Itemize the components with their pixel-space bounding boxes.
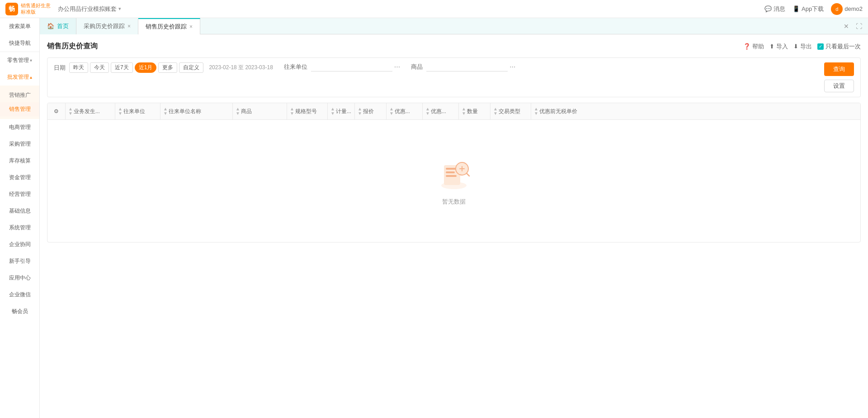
sidebar-sub-wholesale: 营销推广 销售管理 xyxy=(0,86,39,119)
fullscreen-button[interactable]: ⛶ xyxy=(854,21,864,32)
import-icon: ⬆ xyxy=(769,43,774,50)
sidebar-item-basic-info[interactable]: 基础信息 xyxy=(0,203,39,219)
sidebar-item-enterprise[interactable]: 企业协同 xyxy=(0,236,39,253)
app-selector[interactable]: 办公用品行业模拟账套 ▾ xyxy=(58,5,121,13)
export-button[interactable]: ⬇ 导出 xyxy=(793,43,812,51)
partner-label: 往来单位 xyxy=(284,63,307,71)
date-btn-more[interactable]: 更多 xyxy=(158,62,177,73)
logo-icon: 畅 xyxy=(5,3,18,15)
only-last-checkbox[interactable]: ✓ 只看最后一次 xyxy=(817,43,861,51)
app-download-button[interactable]: 📱 App下载 xyxy=(793,5,824,13)
filter-bar: 日期 昨天 今天 近7天 近1月 更多 自定义 2023-02-18 至 202… xyxy=(47,57,861,97)
th-goods[interactable]: ▲▼ 商品 xyxy=(233,103,287,119)
sidebar-item-ecommerce[interactable]: 电商管理 xyxy=(0,119,39,136)
sort-icon: ▲▼ xyxy=(118,107,123,116)
content-inner: 销售历史价查询 ❓ 帮助 ⬆ 导入 ⬇ 导出 xyxy=(40,34,868,250)
tab-sales[interactable]: 销售历史价跟踪 × xyxy=(138,18,200,34)
sidebar-item-vip[interactable]: 畅会员 xyxy=(0,303,39,320)
goods-filter-group: 商品 ··· xyxy=(411,62,515,71)
user-profile[interactable]: d demo2 xyxy=(831,3,863,15)
date-buttons: 昨天 今天 近7天 近1月 更多 自定义 xyxy=(69,62,203,73)
partner-filter-group: 往来单位 ··· xyxy=(284,62,400,71)
chevron-up-icon: ▴ xyxy=(30,75,32,80)
date-btn-1month[interactable]: 近1月 xyxy=(135,62,157,73)
sort-icon: ▲▼ xyxy=(163,107,168,116)
sidebar-item-quick-nav[interactable]: 快捷导航 xyxy=(0,35,39,52)
tab-home[interactable]: 🏠 首页 xyxy=(40,18,76,34)
th-qty[interactable]: ▲▼ 数量 xyxy=(459,103,491,119)
th-biz-date[interactable]: ▲▼ 业务发生... xyxy=(66,103,115,119)
sidebar-item-operations[interactable]: 经营管理 xyxy=(0,186,39,203)
sidebar-item-sales-mgmt[interactable]: 销售管理 xyxy=(0,102,39,116)
topbar-right: 💬 消息 📱 App下载 d demo2 xyxy=(764,3,863,15)
sidebar-item-search[interactable]: 搜索菜单 xyxy=(0,18,39,35)
sidebar-item-finance[interactable]: 资金管理 xyxy=(0,169,39,186)
sidebar: 搜索菜单 快捷导航 零售管理 ▾ 批发管理 ▴ 营销推广 销售管理 电商管理 采… xyxy=(0,18,40,418)
content: 销售历史价查询 ❓ 帮助 ⬆ 导入 ⬇ 导出 xyxy=(40,34,868,418)
query-button[interactable]: 查询 xyxy=(824,62,854,76)
table-header: ⚙ ▲▼ 业务发生... ▲▼ 往来单位 ▲▼ 往来单位名称 xyxy=(47,103,860,120)
date-label: 日期 xyxy=(54,64,66,72)
sort-icon: ▲▼ xyxy=(462,107,466,116)
sidebar-item-purchase[interactable]: 采购管理 xyxy=(0,136,39,152)
gear-icon: ⚙ xyxy=(54,108,59,114)
partner-input[interactable] xyxy=(311,62,392,71)
import-button[interactable]: ⬆ 导入 xyxy=(769,43,788,51)
goods-search-icon[interactable]: ··· xyxy=(509,63,515,71)
data-table: ⚙ ▲▼ 业务发生... ▲▼ 往来单位 ▲▼ 往来单位名称 xyxy=(47,103,861,242)
message-icon: 💬 xyxy=(764,5,772,12)
sidebar-item-system[interactable]: 系统管理 xyxy=(0,219,39,236)
date-btn-custom[interactable]: 自定义 xyxy=(179,62,203,73)
sort-icon: ▲▼ xyxy=(534,107,538,116)
chevron-down-icon: ▾ xyxy=(30,58,32,63)
th-partner[interactable]: ▲▼ 往来单位 xyxy=(115,103,160,119)
sort-icon: ▲▼ xyxy=(358,107,362,116)
date-btn-yesterday[interactable]: 昨天 xyxy=(69,62,88,73)
th-spec[interactable]: ▲▼ 规格型号 xyxy=(287,103,328,119)
page-title-bar: 销售历史价查询 ❓ 帮助 ⬆ 导入 ⬇ 导出 xyxy=(47,42,861,51)
tab-sales-close[interactable]: × xyxy=(189,24,193,30)
close-all-tabs-button[interactable]: ✕ xyxy=(841,21,852,32)
message-button[interactable]: 💬 消息 xyxy=(764,5,785,13)
tab-purchase[interactable]: 采购历史价跟踪 × xyxy=(76,18,138,34)
partner-search-icon[interactable]: ··· xyxy=(394,63,400,71)
filter-actions: 查询 设置 xyxy=(824,62,854,92)
svg-rect-4 xyxy=(446,175,457,177)
goods-input-area: ··· xyxy=(426,62,515,71)
th-partner-name[interactable]: ▲▼ 往来单位名称 xyxy=(160,103,233,119)
sidebar-item-new-guide[interactable]: 新手引导 xyxy=(0,253,39,270)
th-unit[interactable]: ▲▼ 计量... xyxy=(328,103,355,119)
page-title: 销售历史价查询 xyxy=(47,42,98,51)
th-trade-type[interactable]: ▲▼ 交易类型 xyxy=(491,103,531,119)
svg-line-8 xyxy=(467,173,469,176)
th-quote[interactable]: ▲▼ 报价 xyxy=(355,103,387,119)
settings-button[interactable]: 设置 xyxy=(824,80,854,92)
help-button[interactable]: ❓ 帮助 xyxy=(743,43,764,51)
avatar: d xyxy=(831,3,843,15)
sort-icon: ▲▼ xyxy=(68,107,73,116)
tab-purchase-close[interactable]: × xyxy=(127,23,131,29)
sort-icon: ▲▼ xyxy=(425,107,430,116)
sidebar-item-wholesale-mgmt[interactable]: 批发管理 ▴ xyxy=(0,69,39,86)
sidebar-item-app-center[interactable]: 应用中心 xyxy=(0,270,39,286)
th-pretax[interactable]: ▲▼ 优惠前无税单价 xyxy=(531,103,860,119)
sidebar-item-enterprise-wechat[interactable]: 企业微信 xyxy=(0,286,39,303)
date-btn-today[interactable]: 今天 xyxy=(90,62,109,73)
empty-text: 暂无数据 xyxy=(442,198,466,206)
sort-icon: ▲▼ xyxy=(236,107,240,116)
date-range-display: 2023-02-18 至 2023-03-18 xyxy=(209,64,273,71)
download-icon: 📱 xyxy=(793,5,800,12)
goods-input[interactable] xyxy=(426,62,508,71)
date-btn-7days[interactable]: 近7天 xyxy=(111,62,133,73)
svg-rect-3 xyxy=(446,171,455,173)
topbar-left: 畅 销售通好生意 标准版 办公用品行业模拟账套 ▾ xyxy=(5,3,121,15)
help-icon: ❓ xyxy=(743,43,750,50)
sidebar-item-marketing[interactable]: 营销推广 xyxy=(0,88,39,102)
th-gear[interactable]: ⚙ xyxy=(47,103,66,119)
th-disc1[interactable]: ▲▼ 优惠... xyxy=(387,103,423,119)
th-disc2[interactable]: ▲▼ 优惠... xyxy=(423,103,459,119)
sidebar-item-inventory[interactable]: 库存核算 xyxy=(0,152,39,169)
logo-area: 畅 销售通好生意 标准版 xyxy=(5,3,51,15)
sidebar-item-retail-mgmt[interactable]: 零售管理 ▾ xyxy=(0,52,39,69)
logo-text: 销售通好生意 标准版 xyxy=(21,3,51,14)
